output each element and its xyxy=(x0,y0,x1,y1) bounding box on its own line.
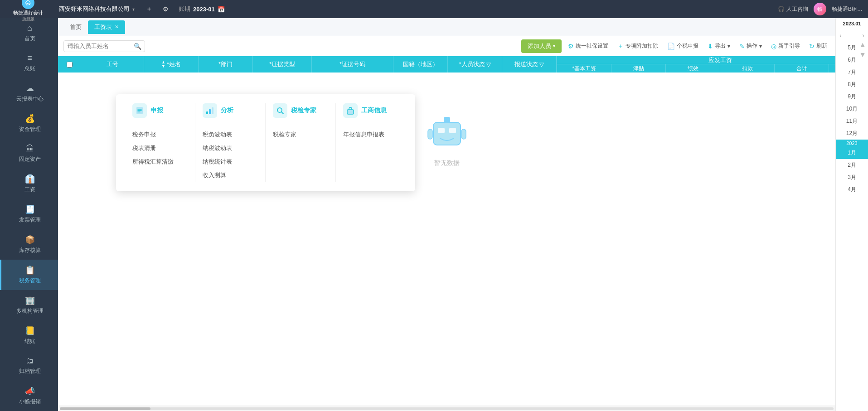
th-name[interactable]: ▲▼ *姓名 xyxy=(144,56,199,73)
salary-group-title: 应发工资 xyxy=(557,56,835,64)
tax-icon: 📋 xyxy=(25,265,35,275)
calendar-month-2[interactable]: 2月 xyxy=(836,159,868,171)
menu-item-tax-declare[interactable]: 税务申报 xyxy=(132,128,188,141)
select-all-input[interactable] xyxy=(67,62,73,68)
calendar-month-9[interactable]: 9月 xyxy=(836,91,868,103)
home-icon: ⌂ xyxy=(27,24,32,33)
menu-item-income-estimate[interactable]: 收入测算 xyxy=(203,169,258,182)
calendar-icon[interactable]: 📅 xyxy=(218,6,225,13)
svg-rect-6 xyxy=(461,129,466,139)
calendar-nav: ‹ › xyxy=(836,29,868,42)
sidebar-item-tax[interactable]: 📋 税务管理 xyxy=(0,260,58,290)
refresh-label: 刷新 xyxy=(816,42,827,50)
add-person-button[interactable]: 添加人员 ▾ xyxy=(521,39,562,53)
sidebar-item-invoice[interactable]: 🧾 发票管理 xyxy=(0,199,58,229)
operation-icon: ✎ xyxy=(739,43,745,50)
social-security-button[interactable]: ⚙ 统一社保设置 xyxy=(565,40,611,52)
calendar-month-8[interactable]: 8月 xyxy=(836,78,868,91)
svg-rect-0 xyxy=(433,122,461,145)
sidebar-item-fund[interactable]: 💰 资金管理 xyxy=(0,108,58,139)
no-data-illustration xyxy=(424,109,470,159)
svg-rect-8 xyxy=(206,111,208,114)
refresh-button[interactable]: ↻ 刷新 xyxy=(806,40,830,52)
svg-rect-3 xyxy=(444,117,450,123)
svg-line-12 xyxy=(281,112,283,114)
tax-report-button[interactable]: 📄 个税申报 xyxy=(664,40,701,52)
th-cert-no: *证据号码 xyxy=(312,56,393,73)
sidebar-item-archive[interactable]: 🗂 归档管理 xyxy=(0,351,58,381)
calendar-month-1[interactable]: 1月 xyxy=(836,147,868,159)
menu-item-tax-stats[interactable]: 纳税统计表 xyxy=(203,155,258,169)
tab-home[interactable]: 首页 xyxy=(63,20,88,34)
svg-rect-5 xyxy=(428,129,432,139)
calendar-month-3[interactable]: 3月 xyxy=(836,171,868,184)
main-layout: ⌂ 首页 ≡ 总账 ☁ 云报表中心 💰 资金管理 🏛 固定资产 👔 工资 🧾 发… xyxy=(0,18,868,411)
sidebar-item-home[interactable]: ⌂ 首页 xyxy=(0,18,58,48)
sidebar-item-ledger[interactable]: ≡ 总账 xyxy=(0,48,58,78)
scroll-thumb[interactable] xyxy=(60,407,150,410)
company-name: 西安虾米网络科技有限公司 xyxy=(59,5,130,13)
th-status[interactable]: *人员状态 ▽ xyxy=(448,56,502,73)
menu-item-tax-burden[interactable]: 税负波动表 xyxy=(203,128,258,141)
calendar-month-11[interactable]: 11月 xyxy=(836,115,868,127)
guide-button[interactable]: ◎ 新手引导 xyxy=(768,40,803,52)
customer-service-button[interactable]: 🎧 人工咨询 xyxy=(778,5,808,13)
menu-item-tax-fluctuation[interactable]: 纳税波动表 xyxy=(203,141,258,155)
select-all-checkbox[interactable] xyxy=(58,62,81,68)
calendar-up-arrow[interactable]: ▲ xyxy=(859,41,866,49)
th-report[interactable]: 报送状态 ▽ xyxy=(502,56,557,73)
sort-up-icon: ▲▼ xyxy=(161,60,165,68)
add-company-button[interactable]: ＋ xyxy=(143,3,155,15)
social-security-label: 统一社保设置 xyxy=(576,42,608,50)
salary-group: 应发工资 *基本工资 津贴 绩效 扣款 合计 养老费 xyxy=(557,56,835,73)
sidebar-item-cloud-report[interactable]: ☁ 云报表中心 xyxy=(0,78,58,108)
calendar-next-button[interactable]: › xyxy=(860,31,866,40)
sidebar-item-salary[interactable]: 👔 工资 xyxy=(0,169,58,199)
special-deduction-button[interactable]: ＋ 专项附加扣除 xyxy=(615,40,661,52)
menu-item-annual-report[interactable]: 年报信息申报表 xyxy=(343,128,399,141)
export-label: 导出 xyxy=(715,42,726,50)
calendar-month-12[interactable]: 12月 xyxy=(836,127,868,140)
calendar-prev-button[interactable]: ‹ xyxy=(838,31,844,40)
th-national: 国籍（地区） xyxy=(393,56,448,73)
menu-section-business: 工商信息 年报信息申报表 xyxy=(336,103,406,182)
multi-org-icon: 🏢 xyxy=(25,295,35,305)
sidebar-item-inventory[interactable]: 📦 库存核算 xyxy=(0,229,58,260)
expert-section-icon xyxy=(273,103,287,118)
company-dropdown-icon: ▾ xyxy=(132,7,135,12)
sidebar-item-fixed-assets[interactable]: 🏛 固定资产 xyxy=(0,139,58,169)
th-deduction: 扣款 xyxy=(720,64,775,73)
export-button[interactable]: ⬇ 导出 ▾ xyxy=(705,40,733,52)
calendar-month-7[interactable]: 7月 xyxy=(836,66,868,78)
calendar-month-10[interactable]: 10月 xyxy=(836,103,868,115)
declare-section-icon xyxy=(132,103,147,118)
calendar-down-arrow[interactable]: ▼ xyxy=(859,51,866,59)
logo-icon: 会 xyxy=(22,0,34,9)
sidebar-item-expense[interactable]: 📣 小畅报销 xyxy=(0,381,58,411)
tab-salary[interactable]: 工资表 ✕ xyxy=(88,20,125,34)
customer-service-label: 人工咨询 xyxy=(786,5,808,13)
bottom-scrollbar[interactable] xyxy=(58,406,835,411)
menu-section-declare: 申报 税务申报 税表清册 所得税汇算清缴 xyxy=(125,103,195,182)
company-selector[interactable]: 西安虾米网络科技有限公司 ▾ xyxy=(55,3,138,15)
settings-icon[interactable]: ⚙ xyxy=(159,3,172,15)
sidebar-item-close-account[interactable]: 📒 结账 xyxy=(0,320,58,351)
sidebar-item-multi-org[interactable]: 🏢 多机构管理 xyxy=(0,290,58,320)
th-cert-type-label: *证据类型 xyxy=(269,60,295,68)
archive-icon: 🗂 xyxy=(26,356,34,366)
tab-close-icon[interactable]: ✕ xyxy=(115,24,119,30)
calendar-month-4[interactable]: 4月 xyxy=(836,184,868,196)
refresh-icon: ↻ xyxy=(809,43,815,50)
assets-icon: 🏛 xyxy=(26,144,34,154)
operation-button[interactable]: ✎ 操作 ▾ xyxy=(737,40,765,52)
operation-chevron: ▾ xyxy=(759,43,762,49)
user-name[interactable]: 畅捷通B组… xyxy=(832,5,863,13)
th-base-salary: *基本工资 xyxy=(557,64,611,73)
report-filter-icon: ▽ xyxy=(539,61,544,68)
tab-salary-label: 工资表 xyxy=(94,23,112,31)
menu-item-income-tax[interactable]: 所得税汇算清缴 xyxy=(132,155,188,169)
menu-item-tax-expert[interactable]: 税检专家 xyxy=(273,128,328,141)
app-logo: 会 畅捷通好会计 旗舰版 xyxy=(5,0,51,22)
menu-item-tax-list[interactable]: 税表清册 xyxy=(132,141,188,155)
search-input[interactable] xyxy=(68,43,131,49)
